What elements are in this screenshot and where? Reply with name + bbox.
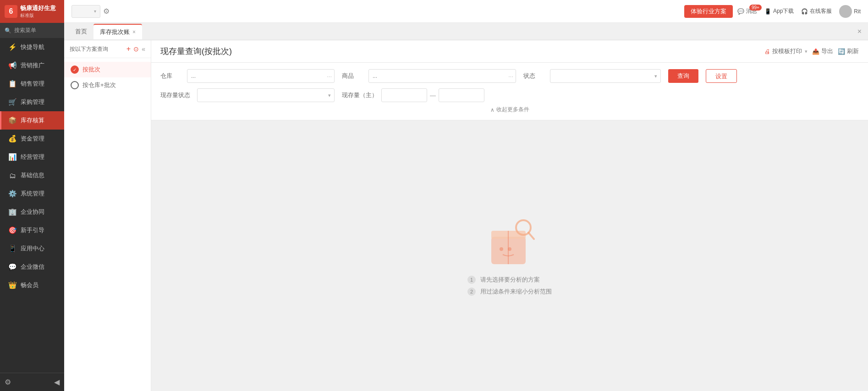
status-select[interactable] (550, 69, 661, 83)
settings-btn[interactable]: 设置 (706, 69, 737, 83)
query-btn[interactable]: 查询 (668, 69, 698, 83)
filter-item-by-batch[interactable]: ✓ 按批次 (64, 62, 151, 77)
search-icon: 🔍 (5, 27, 11, 34)
tab-home-label: 首页 (75, 27, 87, 36)
gear-icon[interactable]: ⚙ (103, 7, 110, 16)
svg-point-3 (500, 247, 503, 251)
app-download-btn[interactable]: 📱 App下载 (764, 7, 794, 15)
page-header-actions: 🖨 按模板打印 ▾ 📤 导出 🔄 刷新 (764, 47, 859, 55)
svg-point-4 (508, 247, 511, 251)
refresh-btn[interactable]: 🔄 刷新 (838, 47, 859, 55)
empty-tip-2: 2 用过滤条件来缩小分析范围 (467, 288, 552, 296)
online-service-btn[interactable]: 🎧 在线客服 (801, 7, 832, 15)
sidebar-item-operation[interactable]: 📊 经营管理 (0, 148, 64, 166)
sidebar-item-label: 营销推广 (21, 61, 44, 70)
filter-row-1: 仓库 ··· 商品 ··· 状态 (160, 69, 859, 83)
collapse-label: 收起更多条件 (496, 106, 529, 114)
sidebar-settings-icon[interactable]: ⚙ (5, 378, 11, 386)
member-icon: 👑 (8, 281, 17, 289)
tab-panel-close-btn[interactable]: × (856, 26, 863, 38)
warehouse-input[interactable] (187, 69, 335, 83)
content-area: 按以下方案查询 + ⊙ « ✓ 按批次 按仓库+批次 (64, 40, 868, 391)
sidebar-item-label: 销售管理 (21, 80, 44, 88)
sidebar-item-quick-nav[interactable]: ⚡ 快捷导航 (0, 38, 64, 56)
sidebar-item-enterprise[interactable]: 🏢 企业协同 (0, 203, 64, 221)
sidebar-footer: ⚙ ◀ (0, 373, 64, 391)
sidebar-item-base[interactable]: 🗂 基础信息 (0, 166, 64, 185)
sidebar-item-label: 采购管理 (21, 98, 44, 106)
tab-home[interactable]: 首页 (69, 24, 93, 39)
product-field: 商品 ··· (342, 69, 516, 83)
sidebar-item-label: 基础信息 (21, 171, 44, 179)
purchase-icon: 🛒 (8, 98, 17, 106)
sidebar-item-label: 新手引导 (21, 226, 44, 234)
sidebar-item-member[interactable]: 👑 畅会员 (0, 276, 64, 294)
tab-close-btn[interactable]: × (132, 29, 136, 35)
inventory-qty-field: 现存量（主） — (342, 88, 516, 102)
product-input-icon[interactable]: ··· (508, 73, 513, 80)
inventory-qty-min[interactable] (381, 88, 427, 102)
filter-panel: 按以下方案查询 + ⊙ « ✓ 按批次 按仓库+批次 (64, 40, 151, 391)
sidebar-item-label: 经营管理 (21, 153, 44, 161)
user-menu[interactable]: Rit (839, 5, 861, 18)
sidebar-item-label: 企业协同 (21, 208, 44, 216)
chevron-down-icon: ▾ (805, 49, 808, 54)
sidebar-item-finance[interactable]: 💰 资金管理 (0, 130, 64, 148)
tip-1-num: 1 (467, 276, 476, 284)
experience-btn[interactable]: 体验行业方案 (684, 5, 733, 18)
sidebar-item-label: 应用中心 (21, 244, 44, 253)
inventory-qty-max[interactable] (439, 88, 484, 102)
warehouse-field: 仓库 ··· (160, 69, 335, 83)
filter-setting-btn[interactable]: ⊙ (133, 45, 139, 53)
sidebar-item-label: 库存核算 (21, 116, 44, 125)
sidebar-item-guide[interactable]: 🎯 新手引导 (0, 221, 64, 239)
warehouse-input-icon[interactable]: ··· (327, 73, 332, 80)
filter-panel-header: 按以下方案查询 + ⊙ « (64, 40, 151, 58)
status-field: 状态 ▾ (523, 69, 661, 83)
wechat-icon: 💬 (8, 263, 17, 271)
export-btn[interactable]: 📤 导出 (812, 47, 833, 55)
system-icon: ⚙️ (8, 190, 17, 198)
sidebar-search[interactable]: 🔍 搜索菜单 (0, 23, 64, 38)
sidebar-collapse-icon[interactable]: ◀ (54, 378, 60, 386)
sidebar-item-system[interactable]: ⚙️ 系统管理 (0, 185, 64, 203)
product-input[interactable] (368, 69, 516, 83)
sidebar-item-purchase[interactable]: 🛒 采购管理 (0, 93, 64, 111)
print-btn[interactable]: 🖨 按模板打印 ▾ (764, 47, 808, 55)
empty-tips: 1 请先选择要分析的方案 2 用过滤条件来缩小分析范围 (467, 276, 552, 296)
app-title: 畅康通好生意 标准版 (20, 5, 56, 18)
collapse-filters-btn[interactable]: ∧ 收起更多条件 (490, 106, 529, 114)
inventory-status-select[interactable] (197, 88, 335, 102)
filter-add-btn[interactable]: + (126, 45, 131, 53)
messages-badge: 99+ (749, 5, 762, 11)
base-icon: 🗂 (8, 172, 17, 179)
phone-icon: 📱 (764, 8, 771, 15)
page-title: 现存量查询(按批次) (160, 46, 232, 57)
page-header: 现存量查询(按批次) 🖨 按模板打印 ▾ 📤 导出 🔄 刷新 (151, 40, 868, 63)
sidebar-item-marketing[interactable]: 📢 营销推广 (0, 56, 64, 75)
enterprise-icon: 🏢 (8, 208, 17, 216)
marketing-icon: 📢 (8, 61, 17, 70)
sidebar-item-label: 资金管理 (21, 135, 44, 143)
breadcrumb-area: ▾ ⚙ (71, 5, 680, 18)
filter-item-by-warehouse-batch[interactable]: 按仓库+批次 (64, 77, 151, 93)
product-input-wrapper: ··· (368, 69, 516, 83)
product-label: 商品 (342, 72, 365, 80)
search-filters: 仓库 ··· 商品 ··· 状态 (151, 63, 868, 120)
sidebar-item-sales[interactable]: 📋 销售管理 (0, 75, 64, 93)
filter-dot-active: ✓ (71, 65, 79, 74)
operation-icon: 📊 (8, 153, 17, 161)
sidebar-item-apps[interactable]: 📱 应用中心 (0, 239, 64, 258)
sidebar-item-label: 快捷导航 (21, 43, 44, 51)
sidebar-item-wechat[interactable]: 💬 企业微信 (0, 258, 64, 276)
sidebar-item-inventory[interactable]: 📦 库存核算 (0, 111, 64, 130)
export-icon: 📤 (812, 48, 819, 55)
empty-state: 1 请先选择要分析的方案 2 用过滤条件来缩小分析范围 (151, 120, 868, 391)
messages-btn[interactable]: 💬 消息 99+ (737, 7, 757, 15)
breadcrumb-dropdown[interactable]: ▾ (71, 5, 100, 18)
filter-collapse-btn[interactable]: « (142, 45, 145, 53)
inventory-status-label: 现存量状态 (160, 91, 193, 99)
avatar (839, 5, 852, 18)
sidebar-item-label: 企业微信 (21, 263, 44, 271)
tab-inventory-batch[interactable]: 库存批次账 × (93, 24, 142, 39)
